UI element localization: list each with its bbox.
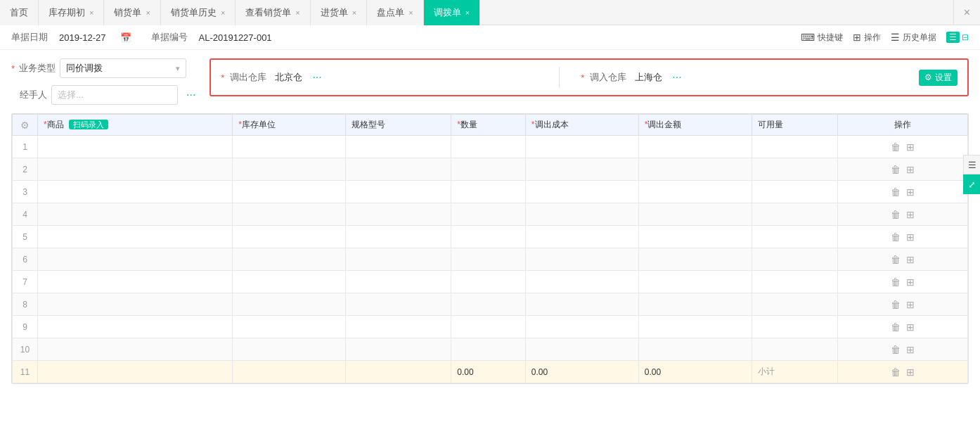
handler-input[interactable]: 选择... [51, 85, 178, 105]
unit-cell[interactable] [233, 361, 346, 383]
amount-cell[interactable] [638, 293, 752, 316]
qty-cell[interactable] [451, 181, 526, 203]
column-settings-icon[interactable]: ⚙ [20, 120, 30, 131]
spec-cell[interactable] [346, 361, 451, 383]
amount-cell[interactable] [638, 271, 752, 293]
tab-close-inventory-check[interactable]: × [408, 8, 413, 17]
product-cell[interactable] [38, 271, 233, 293]
delete-row-button[interactable]: 🗑 [891, 164, 901, 175]
copy-row-button[interactable]: ⊞ [906, 141, 915, 153]
cost-cell[interactable] [525, 271, 638, 293]
calendar-icon[interactable]: 📅 [120, 32, 131, 43]
tab-sales-order[interactable]: 销货单 × [104, 0, 160, 25]
product-cell[interactable] [38, 136, 233, 158]
spec-cell[interactable] [346, 338, 451, 361]
amount-cell[interactable] [638, 338, 752, 361]
product-cell[interactable] [38, 248, 233, 271]
copy-row-button[interactable]: ⊞ [906, 209, 915, 220]
unit-cell[interactable] [233, 338, 346, 361]
product-cell[interactable] [38, 158, 233, 181]
unit-cell[interactable] [233, 248, 346, 271]
product-cell[interactable] [38, 203, 233, 226]
qty-cell[interactable] [451, 226, 526, 248]
spec-cell[interactable] [346, 158, 451, 181]
spec-cell[interactable] [346, 293, 451, 316]
business-type-select[interactable]: 同价调拨 ▾ [60, 58, 186, 78]
spec-cell[interactable] [346, 181, 451, 203]
qty-cell[interactable] [451, 338, 526, 361]
tab-inventory-check[interactable]: 盘点单 × [367, 0, 423, 25]
cost-cell[interactable]: 0.00 [525, 361, 638, 383]
delete-row-button[interactable]: 🗑 [891, 186, 901, 198]
amount-cell[interactable] [638, 226, 752, 248]
tab-close-inventory-init[interactable]: × [89, 8, 94, 17]
settings-button[interactable]: ⚙ 设置 [919, 70, 958, 86]
tab-inventory-init[interactable]: 库存期初 × [39, 0, 104, 25]
qty-cell[interactable] [451, 293, 526, 316]
cost-cell[interactable] [525, 316, 638, 338]
scan-button[interactable]: 扫码录入 [69, 120, 108, 129]
product-cell[interactable] [38, 226, 233, 248]
qty-cell[interactable] [451, 271, 526, 293]
source-warehouse-more-button[interactable]: ··· [312, 71, 321, 84]
spec-cell[interactable] [346, 248, 451, 271]
unit-cell[interactable] [233, 136, 346, 158]
window-close-button[interactable]: × [953, 0, 980, 25]
tab-home[interactable]: 首页 [0, 0, 39, 25]
spec-cell[interactable] [346, 203, 451, 226]
layout-list-icon[interactable]: ☰ [946, 32, 960, 43]
tab-close-view-sales[interactable]: × [295, 8, 299, 17]
history-button[interactable]: ☰ 历史单据 [891, 32, 936, 44]
delete-row-button[interactable]: 🗑 [891, 321, 901, 333]
copy-row-button[interactable]: ⊞ [906, 254, 915, 265]
amount-cell[interactable] [638, 181, 752, 203]
amount-cell[interactable] [638, 158, 752, 181]
product-cell[interactable] [38, 293, 233, 316]
layout-grid-icon[interactable]: ⊟ [962, 32, 969, 42]
copy-row-button[interactable]: ⊞ [906, 276, 915, 288]
cost-cell[interactable] [525, 338, 638, 361]
delete-row-button[interactable]: 🗑 [891, 141, 901, 153]
unit-cell[interactable] [233, 293, 346, 316]
product-cell[interactable] [38, 316, 233, 338]
amount-cell[interactable] [638, 136, 752, 158]
unit-cell[interactable] [233, 181, 346, 203]
amount-cell[interactable] [638, 203, 752, 226]
copy-row-button[interactable]: ⊞ [906, 164, 915, 175]
th-gear[interactable]: ⚙ [13, 115, 38, 136]
delete-row-button[interactable]: 🗑 [891, 254, 901, 265]
tab-close-transfer-order[interactable]: × [465, 8, 470, 17]
cost-cell[interactable] [525, 293, 638, 316]
cost-cell[interactable] [525, 226, 638, 248]
layout-toggle[interactable]: ☰ ⊟ [946, 32, 969, 43]
tab-close-sales-order[interactable]: × [146, 8, 150, 17]
target-warehouse-more-button[interactable]: ··· [672, 71, 681, 84]
cost-cell[interactable] [525, 248, 638, 271]
unit-cell[interactable] [233, 226, 346, 248]
amount-cell[interactable]: 0.00 [638, 361, 752, 383]
side-expand-button[interactable]: ⤢ [963, 174, 980, 194]
delete-row-button[interactable]: 🗑 [891, 276, 901, 288]
tab-purchase-order[interactable]: 进货单 × [311, 0, 367, 25]
tab-sales-history[interactable]: 销货单历史 × [161, 0, 236, 25]
tab-close-purchase-order[interactable]: × [352, 8, 356, 17]
copy-row-button[interactable]: ⊞ [906, 367, 915, 378]
delete-row-button[interactable]: 🗑 [891, 209, 901, 220]
qty-cell[interactable] [451, 136, 526, 158]
unit-cell[interactable] [233, 203, 346, 226]
tab-transfer-order[interactable]: 调拨单 × [424, 0, 480, 25]
spec-cell[interactable] [346, 271, 451, 293]
qty-cell[interactable] [451, 203, 526, 226]
copy-row-button[interactable]: ⊞ [906, 186, 915, 198]
delete-row-button[interactable]: 🗑 [891, 231, 901, 243]
side-list-button[interactable]: ☰ [963, 155, 980, 174]
copy-row-button[interactable]: ⊞ [906, 231, 915, 243]
tab-view-sales[interactable]: 查看销货单 × [236, 0, 310, 25]
amount-cell[interactable] [638, 316, 752, 338]
cost-cell[interactable] [525, 181, 638, 203]
unit-cell[interactable] [233, 158, 346, 181]
product-cell[interactable] [38, 338, 233, 361]
handler-more-button[interactable]: ··· [186, 89, 195, 101]
qty-cell[interactable] [451, 248, 526, 271]
copy-row-button[interactable]: ⊞ [906, 321, 915, 333]
